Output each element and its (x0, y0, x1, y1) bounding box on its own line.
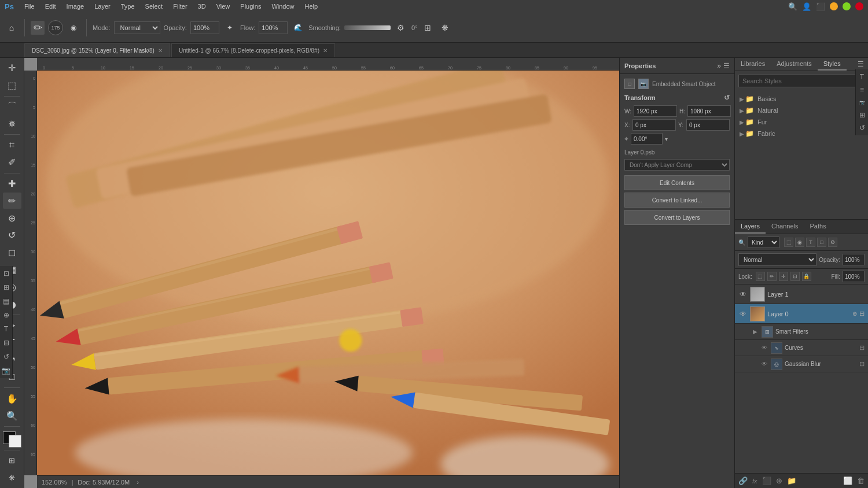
canvas-viewport[interactable] (37, 71, 619, 475)
filter-adjust-icon[interactable]: ◉ (795, 238, 804, 247)
new-group-icon[interactable]: 📁 (787, 476, 796, 485)
layer-item-layer1[interactable]: 👁 Layer 1 (735, 284, 868, 304)
maximize-button[interactable] (843, 2, 851, 10)
flow-toggle-icon[interactable]: 🌊 (291, 21, 305, 35)
layer-mode-select[interactable]: Normal (738, 253, 816, 266)
prop-icon-7[interactable]: ↺ (1, 352, 12, 362)
move-tool[interactable]: ✛ (3, 60, 21, 76)
brush-tool[interactable]: ✏ (3, 193, 21, 209)
extra-tools[interactable]: ⊞ (3, 453, 21, 469)
fill-input[interactable] (843, 271, 865, 282)
prop-icon-1[interactable]: ⊡ (1, 268, 12, 279)
tab-styles[interactable]: Styles (818, 58, 847, 71)
status-expand[interactable]: › (137, 479, 139, 486)
tab-dsc3060[interactable]: DSC_3060.jpg @ 152% (Layer 0, Filter Mas… (24, 43, 170, 57)
layer1-visibility-icon[interactable]: 👁 (738, 290, 748, 299)
layers-tab-channels[interactable]: Channels (766, 220, 804, 234)
prop-icon-3[interactable]: ▤ (1, 296, 12, 306)
layer0-visibility-icon[interactable]: 👁 (738, 309, 748, 319)
height-input[interactable] (687, 105, 731, 117)
link-layers-icon[interactable]: 🔗 (738, 476, 748, 485)
transform-reset-icon[interactable]: ↺ (724, 94, 730, 102)
styles-icon-4[interactable]: ⊞ (857, 110, 867, 120)
menu-3d[interactable]: 3D (193, 2, 211, 11)
filter-smart-icon[interactable]: ⚙ (828, 238, 837, 247)
x-input[interactable] (632, 119, 676, 131)
stamp-tool[interactable]: ⊕ (3, 210, 21, 226)
tab-adjustments[interactable]: Adjustments (771, 58, 818, 71)
mode-select[interactable]: Normal (114, 21, 160, 34)
minimize-button[interactable] (830, 2, 838, 10)
flow-input[interactable] (259, 21, 288, 34)
lock-position-icon[interactable]: ✛ (779, 272, 788, 281)
prop-icon-8[interactable]: 📷 (1, 365, 12, 376)
lock-pixels-icon[interactable]: ✏ (767, 272, 777, 281)
prop-icon-5[interactable]: T (1, 324, 12, 334)
lock-transparent-icon[interactable]: ⬚ (756, 272, 765, 281)
curves-visibility-icon[interactable]: 👁 (760, 344, 768, 352)
extra-tools-2[interactable]: ❋ (3, 469, 21, 486)
menu-file[interactable]: File (20, 2, 39, 11)
smart-filters-expand[interactable]: ▶ (751, 328, 759, 336)
menu-help[interactable]: Help (300, 2, 323, 11)
new-layer-icon[interactable]: ⬜ (843, 476, 852, 485)
styles-icon-5[interactable]: ↺ (857, 123, 867, 133)
filter-pixel-icon[interactable]: ⬚ (784, 238, 793, 247)
home-icon[interactable]: ⌂ (5, 21, 19, 35)
eraser-tool[interactable]: ◻ (3, 245, 21, 261)
brush-options-icon[interactable]: ◉ (67, 21, 80, 35)
history-brush-tool[interactable]: ↺ (3, 227, 21, 243)
tab-dsc3060-close[interactable]: ✕ (158, 47, 163, 54)
gaussian-visibility-icon[interactable]: 👁 (760, 360, 768, 368)
layer-opacity-input[interactable] (843, 254, 865, 265)
prop-icon-4[interactable]: ⊕ (1, 310, 12, 320)
background-color[interactable] (9, 435, 21, 448)
menu-edit[interactable]: Edit (41, 2, 61, 11)
angle-input[interactable] (631, 133, 663, 145)
layers-tab-layers[interactable]: Layers (735, 220, 766, 234)
layer0-filter-icon[interactable]: ⊟ (859, 310, 865, 317)
extra-icon[interactable]: ❋ (438, 21, 452, 35)
zoom-tool[interactable]: 🔍 (3, 408, 21, 424)
y-input[interactable] (686, 119, 730, 131)
convert-to-layers-button[interactable]: Convert to Layers (624, 210, 730, 225)
settings-icon[interactable]: ⚙ (394, 21, 408, 35)
properties-menu-btn[interactable]: ☰ (723, 62, 730, 70)
prop-icon-2[interactable]: ⊞ (1, 282, 12, 293)
new-adjustment-icon[interactable]: ⊕ (776, 476, 782, 485)
lasso-tool[interactable]: ⌒ (3, 99, 21, 115)
styles-icon-3[interactable]: 📷 (857, 97, 867, 108)
style-item-fabric[interactable]: ▶ 📁 Fabric (735, 128, 868, 139)
tab-untitled1-close[interactable]: ✕ (323, 47, 328, 54)
width-input[interactable] (634, 105, 677, 117)
filter-shape-icon[interactable]: □ (817, 238, 826, 247)
menu-layer[interactable]: Layer (90, 2, 115, 11)
eyedropper-tool[interactable]: ✐ (3, 154, 21, 171)
close-button[interactable] (855, 2, 863, 10)
color-boxes[interactable] (3, 431, 21, 448)
menu-plugins[interactable]: Plugins (236, 2, 266, 11)
lock-artboard-icon[interactable]: ⊡ (790, 272, 800, 281)
delete-layer-icon[interactable]: 🗑 (857, 476, 865, 485)
brush-tool-icon[interactable]: ✏ (31, 21, 45, 35)
fx-icon[interactable]: fx (752, 478, 757, 485)
properties-expand-btn[interactable]: » (717, 62, 721, 70)
layer-item-layer0[interactable]: 👁 Layer 0 ⊕ ⊟ (735, 304, 868, 324)
crop-tool[interactable]: ⌗ (3, 137, 21, 153)
opacity-input[interactable] (190, 21, 219, 34)
layers-tab-paths[interactable]: Paths (804, 220, 832, 234)
angle-dropdown-icon[interactable]: ▾ (665, 136, 668, 142)
brush-size-display[interactable]: 175 (48, 20, 63, 35)
magic-wand-tool[interactable]: ✵ (3, 116, 21, 132)
styles-panel-options[interactable]: ☰ (855, 59, 866, 69)
edit-contents-button[interactable]: Edit Contents (624, 175, 730, 190)
style-item-natural[interactable]: ▶ 📁 Natural (735, 105, 868, 116)
tab-untitled1[interactable]: Untitled-1 @ 66.7% (8.Delete-cropped-pix… (171, 43, 335, 57)
smoothing-bar[interactable] (344, 25, 391, 30)
selection-tool[interactable]: ⬚ (3, 77, 21, 94)
symmetry-icon[interactable]: ⊞ (421, 21, 435, 35)
convert-to-linked-button[interactable]: Convert to Linked... (624, 193, 730, 208)
styles-icon-1[interactable]: T (857, 72, 867, 82)
kind-select[interactable]: Kind (748, 236, 779, 248)
share-icon[interactable]: ⬛ (816, 2, 825, 11)
